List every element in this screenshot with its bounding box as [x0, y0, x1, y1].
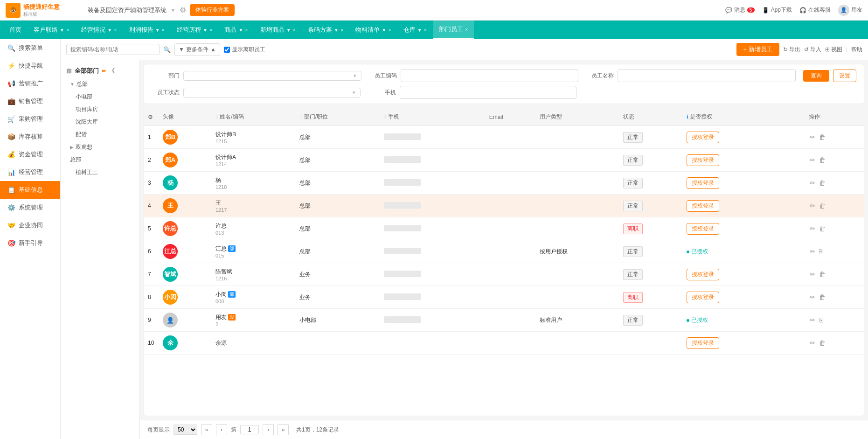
- message-btn[interactable]: 💬 消息 5: [725, 6, 755, 14]
- dept-item-zhishu[interactable]: 植树王三: [61, 166, 139, 179]
- tab-dept-employee[interactable]: 部门员工×: [433, 21, 473, 39]
- add-employee-button[interactable]: + 新增员工: [736, 43, 779, 56]
- sidebar-item-management[interactable]: 📊 经营管理: [0, 163, 60, 181]
- sort-icon[interactable]: ↕: [384, 113, 387, 120]
- sidebar-item-quick[interactable]: ⚡ 快捷导航: [0, 57, 60, 75]
- tab-history[interactable]: 经营历程▼×: [171, 21, 218, 39]
- tab-close[interactable]: ×: [465, 27, 468, 32]
- dept-item-peihuo[interactable]: 配货: [61, 128, 139, 141]
- auth-login-button[interactable]: 授权登录: [687, 177, 719, 189]
- auth-login-button[interactable]: 授权登录: [687, 269, 719, 280]
- help-button[interactable]: 帮助: [851, 46, 862, 54]
- view-button[interactable]: ⊞ 视图: [825, 46, 842, 54]
- delete-icon[interactable]: 🗑: [819, 271, 826, 278]
- dept-select[interactable]: ▼: [183, 71, 361, 81]
- delete-icon[interactable]: 🗑: [819, 179, 826, 187]
- import-button[interactable]: ↺ 导入: [804, 46, 821, 54]
- tab-warehouse[interactable]: 仓库▼×: [398, 21, 432, 39]
- sidebar-item-sales[interactable]: 💼 销售管理: [0, 92, 60, 110]
- tab-goods[interactable]: 商品▼×: [219, 21, 253, 39]
- export-button[interactable]: ↻ 导出: [783, 46, 800, 54]
- prev-page-button[interactable]: ‹: [216, 424, 227, 435]
- user-avatar[interactable]: 👤 用友: [838, 5, 862, 16]
- emp-name-input[interactable]: [618, 69, 796, 82]
- edit-icon[interactable]: ✏: [810, 156, 815, 164]
- auth-login-button[interactable]: 授权登录: [687, 200, 719, 212]
- dept-item-zongbu-parent[interactable]: ▼ 总部: [61, 78, 139, 91]
- delete-icon[interactable]: 🗑: [819, 225, 826, 232]
- sort-icon[interactable]: ↕: [299, 113, 302, 120]
- edit-icon[interactable]: ✏: [810, 248, 815, 255]
- phone-input[interactable]: [400, 86, 577, 99]
- show-resigned-checkbox[interactable]: 显示离职员工: [224, 46, 265, 54]
- edit-icon[interactable]: ✏: [810, 271, 815, 278]
- page-number-input[interactable]: [240, 425, 259, 434]
- form-settings-button[interactable]: 设置: [833, 70, 856, 82]
- trial-button[interactable]: 体验行业方案: [190, 4, 235, 16]
- sidebar-item-guide[interactable]: 🎯 新手引导: [0, 234, 60, 252]
- page-size-select[interactable]: 50 100: [174, 425, 197, 435]
- delete-icon[interactable]: 🗑: [819, 202, 826, 209]
- tab-close[interactable]: ×: [388, 27, 391, 33]
- dept-item-xiangmu[interactable]: 项目库房: [61, 103, 139, 116]
- sidebar-item-purchase[interactable]: 🛒 采购管理: [0, 110, 60, 128]
- tab-profit[interactable]: 利润报告▼×: [124, 21, 170, 39]
- edit-icon[interactable]: ✏: [810, 293, 815, 301]
- dept-item-shenyang[interactable]: 沈阳大库: [61, 116, 139, 128]
- tab-barcode[interactable]: 条码方案▼×: [302, 21, 349, 39]
- settings-icon[interactable]: ⚙: [148, 114, 153, 120]
- auth-login-button[interactable]: 授权登录: [687, 292, 719, 303]
- dept-collapse-icon[interactable]: 《: [109, 67, 115, 75]
- first-page-button[interactable]: «: [201, 424, 212, 435]
- sidebar-item-marketing[interactable]: 📢 营销推广: [0, 75, 60, 92]
- last-page-button[interactable]: »: [278, 424, 289, 435]
- sort-icon[interactable]: ↕: [215, 113, 218, 120]
- sidebar-item-search[interactable]: 🔍 搜索菜单: [0, 39, 60, 57]
- tab-new-goods[interactable]: 新增商品▼×: [255, 21, 301, 39]
- online-service-btn[interactable]: 🎧 在线客服: [799, 6, 831, 14]
- delete-icon[interactable]: 🗑: [819, 133, 826, 141]
- sidebar-item-finance[interactable]: 💰 资金管理: [0, 146, 60, 163]
- tab-home[interactable]: 首页: [4, 21, 27, 39]
- auth-login-button[interactable]: 授权登录: [687, 337, 719, 349]
- search-input[interactable]: [66, 44, 160, 55]
- dept-item-zongbu[interactable]: 总部: [61, 153, 139, 166]
- status-select[interactable]: ▼: [183, 88, 361, 98]
- tab-close[interactable]: ×: [424, 27, 427, 33]
- settings-cog-icon[interactable]: ⚙: [180, 6, 186, 14]
- edit-icon[interactable]: ✏: [810, 339, 815, 347]
- sidebar-item-system[interactable]: ⚙️ 系统管理: [0, 199, 60, 216]
- search-button[interactable]: 🔍: [163, 46, 171, 53]
- tab-close[interactable]: ×: [162, 27, 165, 33]
- sidebar-item-inventory[interactable]: 📦 库存核算: [0, 128, 60, 146]
- copy-icon[interactable]: ⎘: [819, 248, 823, 255]
- edit-icon[interactable]: ✏: [810, 225, 815, 232]
- auth-login-button[interactable]: 授权登录: [687, 132, 719, 143]
- tab-operation[interactable]: 经营情况▼×: [76, 21, 122, 39]
- dept-item-xiaodian[interactable]: 小电部: [61, 91, 139, 103]
- delete-icon[interactable]: 🗑: [819, 293, 826, 301]
- emp-code-input[interactable]: [401, 69, 579, 82]
- copy-icon[interactable]: ⎘: [819, 316, 823, 324]
- dept-edit-icon[interactable]: ✏: [102, 68, 106, 74]
- delete-icon[interactable]: 🗑: [819, 339, 826, 347]
- more-filter-button[interactable]: ▼ 更多条件 ▲: [174, 43, 220, 56]
- auth-login-button[interactable]: 授权登录: [687, 154, 719, 166]
- dept-item-shuanghu[interactable]: ▶ 双虎想: [61, 141, 139, 153]
- tab-bom[interactable]: 物料清单▼×: [350, 21, 396, 39]
- edit-icon[interactable]: ✏: [810, 202, 815, 209]
- sidebar-item-basic[interactable]: 📋 基础信息: [0, 181, 60, 199]
- sidebar-item-collab[interactable]: 🤝 企业协同: [0, 216, 60, 234]
- query-button[interactable]: 查询: [803, 70, 829, 82]
- tab-close[interactable]: ×: [340, 27, 343, 33]
- tab-close[interactable]: ×: [293, 27, 296, 33]
- app-download-btn[interactable]: 📱 App下载: [762, 6, 792, 14]
- edit-icon[interactable]: ✏: [810, 316, 815, 324]
- tab-close[interactable]: ×: [114, 27, 117, 33]
- tab-close[interactable]: ×: [245, 27, 248, 33]
- tab-close[interactable]: ×: [209, 27, 212, 33]
- edit-icon[interactable]: ✏: [810, 179, 815, 187]
- tab-close[interactable]: ×: [66, 27, 69, 33]
- system-dropdown-arrow[interactable]: ▼: [170, 7, 176, 14]
- resigned-checkbox-input[interactable]: [224, 47, 230, 53]
